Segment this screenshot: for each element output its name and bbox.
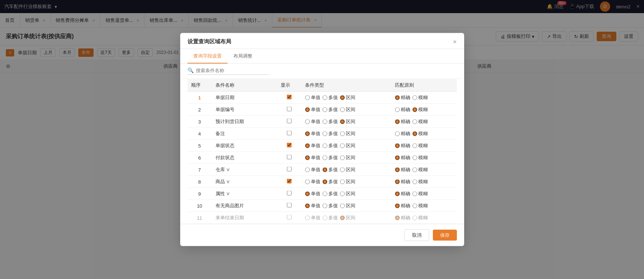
type-radio[interactable]	[323, 95, 327, 100]
type-radio[interactable]	[323, 215, 327, 220]
match-radio-item[interactable]: 模糊	[412, 215, 428, 221]
match-radio[interactable]	[395, 167, 400, 172]
match-radio[interactable]	[412, 179, 417, 184]
match-radio-item[interactable]: 模糊	[412, 203, 428, 209]
type-radio-item[interactable]: 区间	[340, 154, 355, 161]
type-radio-item[interactable]: 多值	[323, 178, 338, 185]
type-radio[interactable]	[305, 155, 310, 160]
type-radio-item[interactable]: 区间	[340, 166, 355, 173]
match-radio-item[interactable]: 模糊	[412, 154, 428, 161]
match-radio[interactable]	[412, 95, 417, 100]
type-radio[interactable]	[305, 191, 310, 196]
type-radio[interactable]	[305, 179, 310, 184]
type-radio-item[interactable]: 区间	[340, 118, 355, 125]
row-display-checkbox[interactable]	[287, 155, 292, 160]
type-radio-item[interactable]: 多值	[323, 94, 338, 101]
type-radio-item[interactable]: 多值	[323, 215, 338, 221]
type-radio[interactable]	[340, 95, 345, 100]
type-radio-item[interactable]: 单值	[305, 203, 320, 209]
row-display-checkbox[interactable]	[287, 167, 292, 172]
match-radio[interactable]	[412, 203, 417, 208]
match-radio-item[interactable]: 模糊	[412, 142, 428, 149]
match-radio[interactable]	[412, 191, 417, 196]
type-radio[interactable]	[323, 107, 327, 112]
type-radio[interactable]	[323, 119, 327, 124]
type-radio[interactable]	[340, 179, 345, 184]
match-radio-item[interactable]: 精确	[395, 178, 410, 185]
match-radio[interactable]	[395, 119, 400, 124]
type-radio-item[interactable]: 单值	[305, 118, 320, 125]
type-radio[interactable]	[305, 215, 310, 220]
row-display-checkbox[interactable]	[287, 179, 292, 184]
type-radio[interactable]	[323, 155, 327, 160]
type-radio[interactable]	[323, 167, 327, 172]
row-display-checkbox[interactable]	[287, 95, 292, 99]
match-radio-item[interactable]: 精确	[395, 142, 410, 149]
match-radio-item[interactable]: 模糊	[412, 130, 428, 137]
match-radio-item[interactable]: 精确	[395, 118, 410, 125]
match-radio-item[interactable]: 精确	[395, 203, 410, 209]
match-radio[interactable]	[412, 119, 417, 124]
type-radio-item[interactable]: 多值	[323, 154, 338, 161]
match-radio-item[interactable]: 精确	[395, 154, 410, 161]
type-radio-item[interactable]: 多值	[323, 166, 338, 173]
type-radio-item[interactable]: 多值	[323, 142, 338, 149]
match-radio-item[interactable]: 精确	[395, 130, 410, 137]
match-radio[interactable]	[412, 131, 417, 136]
match-radio[interactable]	[412, 215, 417, 220]
match-radio[interactable]	[395, 155, 400, 160]
type-radio-item[interactable]: 区间	[340, 203, 355, 209]
type-radio-item[interactable]: 单值	[305, 215, 320, 221]
match-radio-item[interactable]: 精确	[395, 190, 410, 197]
match-radio[interactable]	[395, 107, 400, 112]
match-radio[interactable]	[412, 155, 417, 160]
type-radio-item[interactable]: 单值	[305, 154, 320, 161]
modal-tab-layout[interactable]: 布局调整	[228, 49, 258, 64]
type-radio[interactable]	[305, 203, 310, 208]
type-radio-item[interactable]: 多值	[323, 130, 338, 137]
type-radio-item[interactable]: 单值	[305, 106, 320, 113]
match-radio[interactable]	[395, 179, 400, 184]
row-display-checkbox[interactable]	[287, 131, 292, 135]
type-radio[interactable]	[305, 143, 310, 148]
match-radio-item[interactable]: 精确	[395, 106, 410, 113]
type-radio[interactable]	[323, 131, 327, 136]
type-radio[interactable]	[323, 179, 327, 184]
match-radio[interactable]	[395, 203, 400, 208]
type-radio-item[interactable]: 区间	[340, 190, 355, 197]
match-radio-item[interactable]: 模糊	[412, 178, 428, 185]
match-radio-item[interactable]: 模糊	[412, 166, 428, 173]
cancel-btn[interactable]: 取消	[404, 229, 429, 241]
type-radio[interactable]	[323, 203, 327, 208]
match-radio-item[interactable]: 模糊	[412, 94, 428, 101]
type-radio-item[interactable]: 单值	[305, 130, 320, 137]
type-radio-item[interactable]: 区间	[340, 142, 355, 149]
type-radio[interactable]	[340, 215, 345, 220]
match-radio[interactable]	[412, 143, 417, 148]
type-radio[interactable]	[340, 143, 345, 148]
match-radio[interactable]	[395, 191, 400, 196]
row-display-checkbox[interactable]	[287, 107, 292, 111]
type-radio-item[interactable]: 单值	[305, 166, 320, 173]
match-radio-item[interactable]: 模糊	[412, 190, 428, 197]
type-radio-item[interactable]: 区间	[340, 215, 355, 221]
match-radio[interactable]	[395, 143, 400, 148]
type-radio[interactable]	[305, 107, 310, 112]
modal-tab-query-fields[interactable]: 查询字段设置	[187, 49, 228, 64]
save-btn[interactable]: 保存	[433, 230, 457, 241]
type-radio-item[interactable]: 区间	[340, 178, 355, 185]
type-radio[interactable]	[340, 119, 345, 124]
match-radio[interactable]	[412, 167, 417, 172]
modal-close-btn[interactable]: ×	[453, 38, 457, 45]
type-radio[interactable]	[305, 119, 310, 124]
type-radio-item[interactable]: 单值	[305, 94, 320, 101]
type-radio-item[interactable]: 单值	[305, 142, 320, 149]
match-radio[interactable]	[395, 215, 400, 220]
search-input[interactable]	[196, 67, 269, 73]
type-radio[interactable]	[323, 143, 327, 148]
type-radio[interactable]	[340, 107, 345, 112]
row-display-checkbox[interactable]	[287, 191, 292, 196]
type-radio-item[interactable]: 区间	[340, 130, 355, 137]
type-radio-item[interactable]: 多值	[323, 203, 338, 209]
match-radio-item[interactable]: 精确	[395, 166, 410, 173]
